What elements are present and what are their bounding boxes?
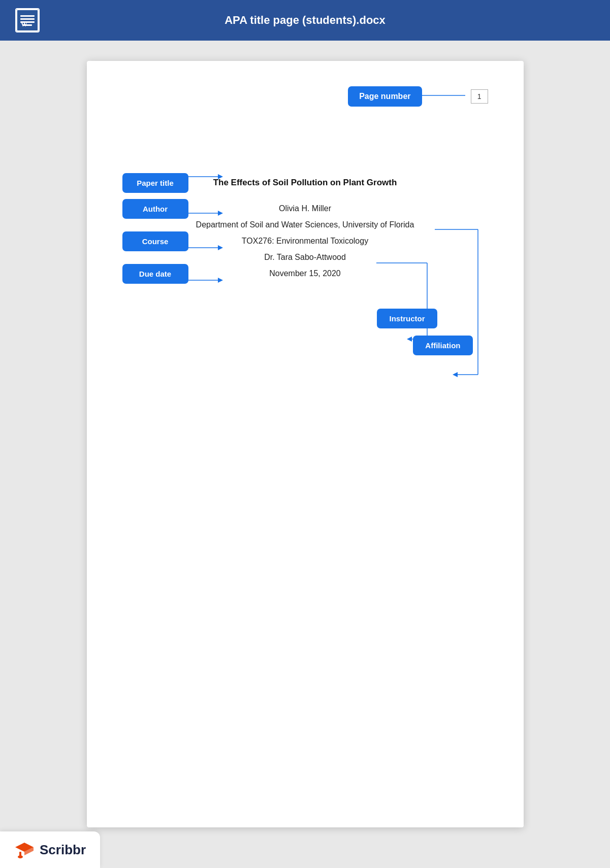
document-page: Page number 1 Paper title The Effects of… [87, 61, 524, 827]
author-label: Author [122, 199, 188, 219]
svg-point-20 [18, 855, 23, 858]
svg-marker-8 [218, 278, 223, 283]
paper-title-label: Paper title [122, 173, 188, 193]
scribbr-name: Scribbr [40, 842, 86, 858]
svg-marker-6 [218, 245, 223, 250]
author-row: Author Olivia H. Miller [122, 204, 488, 213]
main-area: Page number 1 Paper title The Effects of… [0, 41, 610, 868]
affiliation-text-row: Department of Soil and Water Sciences, U… [122, 220, 488, 229]
header-title: APA title page (students).docx [50, 14, 560, 27]
instructor-text-row: Dr. Tara Sabo-Attwood [122, 253, 488, 262]
page-number-label: Page number [348, 86, 422, 107]
header-bar: W APA title page (students).docx [0, 0, 610, 41]
instructor-label: Instructor [377, 309, 437, 328]
page-number-value: 1 [471, 89, 488, 104]
instructor-value: Dr. Tara Sabo-Attwood [122, 253, 488, 262]
word-icon: W [15, 8, 40, 32]
affiliation-label-row: Affiliation [122, 336, 488, 355]
affiliation-label: Affiliation [413, 336, 472, 355]
scribbr-branding: Scribbr [0, 831, 100, 868]
instructor-label-row: Instructor [122, 309, 488, 328]
paper-title-row: Paper title The Effects of Soil Pollutio… [122, 178, 488, 188]
svg-marker-12 [453, 372, 458, 377]
course-label: Course [122, 231, 188, 251]
affiliation-text: Department of Soil and Water Sciences, U… [122, 220, 488, 229]
due-date-row: Due date November 15, 2020 [122, 269, 488, 278]
page-number-row: Page number 1 [122, 86, 488, 107]
course-row: Course TOX276: Environmental Toxicology [122, 237, 488, 246]
scribbr-logo-icon [14, 840, 35, 860]
due-date-label: Due date [122, 264, 188, 284]
